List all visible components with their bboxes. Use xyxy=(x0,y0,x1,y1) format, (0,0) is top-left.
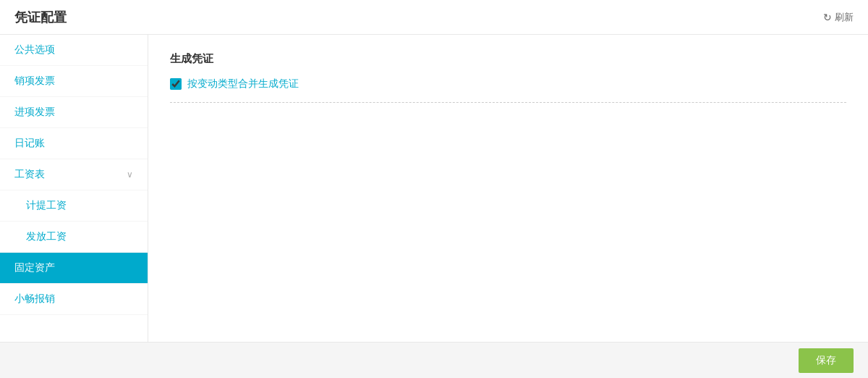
sidebar-item-label: 工资表 xyxy=(14,168,45,181)
page-wrapper: 凭证配置 ↻ 刷新 公共选项 销项发票 进项发票 日记账 工资表 ∨ xyxy=(0,0,868,378)
sidebar-item-fixed-assets[interactable]: 固定资产 xyxy=(0,253,148,284)
sidebar-item-label: 小畅报销 xyxy=(14,293,55,306)
chevron-down-icon: ∨ xyxy=(127,169,133,180)
refresh-icon: ↻ xyxy=(823,12,832,23)
sidebar-item-journal[interactable]: 日记账 xyxy=(0,128,148,159)
main-content: 生成凭证 按变动类型合并生成凭证 xyxy=(148,35,868,342)
refresh-button[interactable]: ↻ 刷新 xyxy=(823,11,854,24)
sidebar-item-public-options[interactable]: 公共选项 xyxy=(0,35,148,66)
save-button[interactable]: 保存 xyxy=(799,348,854,373)
sidebar-item-label: 日记账 xyxy=(14,137,45,150)
sidebar-item-label: 销项发票 xyxy=(14,75,55,88)
sidebar-item-sales-invoice[interactable]: 销项发票 xyxy=(0,66,148,97)
body: 公共选项 销项发票 进项发票 日记账 工资表 ∨ 计提工资 发放工资 固定资 xyxy=(0,35,868,342)
header: 凭证配置 ↻ 刷新 xyxy=(0,0,868,35)
merge-by-type-checkbox[interactable] xyxy=(170,78,182,90)
sidebar-item-label: 计提工资 xyxy=(26,199,67,212)
section-divider xyxy=(170,102,846,103)
checkbox-label[interactable]: 按变动类型合并生成凭证 xyxy=(187,77,299,91)
sidebar-item-label: 公共选项 xyxy=(14,43,55,56)
checkbox-row: 按变动类型合并生成凭证 xyxy=(170,77,846,91)
sidebar-item-expense-report[interactable]: 小畅报销 xyxy=(0,284,148,315)
footer: 保存 xyxy=(0,342,868,378)
sidebar-item-payroll-table[interactable]: 工资表 ∨ xyxy=(0,159,148,190)
page-title: 凭证配置 xyxy=(14,9,67,26)
section-title: 生成凭证 xyxy=(170,52,846,66)
sidebar-item-label: 发放工资 xyxy=(26,230,67,243)
sidebar-item-label: 固定资产 xyxy=(14,261,55,274)
refresh-label: 刷新 xyxy=(835,11,854,24)
sidebar: 公共选项 销项发票 进项发票 日记账 工资表 ∨ 计提工资 发放工资 固定资 xyxy=(0,35,148,342)
sidebar-item-purchase-invoice[interactable]: 进项发票 xyxy=(0,97,148,128)
sidebar-item-payroll-pay[interactable]: 发放工资 xyxy=(0,222,148,253)
sidebar-item-payroll-calc[interactable]: 计提工资 xyxy=(0,190,148,222)
sidebar-item-label: 进项发票 xyxy=(14,106,55,119)
